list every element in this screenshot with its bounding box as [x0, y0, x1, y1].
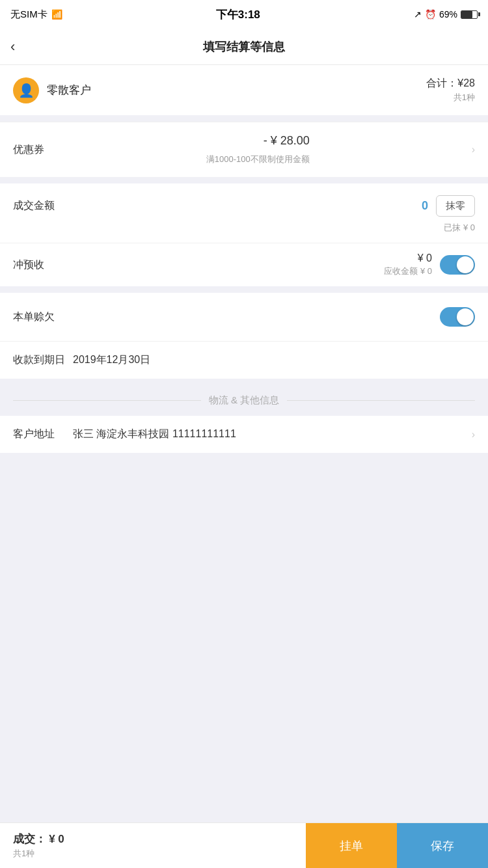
wifi-icon: 📶: [51, 9, 62, 20]
bottom-count: 共1种: [13, 848, 293, 860]
round-button[interactable]: 抹零: [436, 195, 475, 217]
already-deducted: 已抹 ¥ 0: [0, 222, 488, 243]
transaction-section: 成交金额 0 抹零 已抹 ¥ 0 冲预收 ¥ 0 应收金额 ¥ 0: [0, 183, 488, 286]
customer-section: 👤 零散客户 合计：¥28 共1种: [0, 65, 488, 115]
bottom-deal: 成交： ¥ 0: [13, 832, 293, 847]
deal-amount: ¥ 0: [49, 833, 64, 845]
battery-percent: 69%: [439, 9, 457, 20]
due-date-row: 收款到期日 2019年12月30日: [0, 341, 488, 379]
customer-left: 👤 零散客户: [13, 77, 91, 103]
logistics-label: 物流 & 其他信息: [209, 394, 279, 407]
address-value: 张三 海淀永丰科技园 11111111111: [73, 427, 472, 441]
customer-name: 零散客户: [47, 83, 91, 98]
address-chevron-icon: ›: [472, 429, 475, 441]
bottom-bar: 成交： ¥ 0 共1种 挂单 保存: [0, 822, 488, 868]
content: 👤 零散客户 合计：¥28 共1种 优惠券 - ¥ 28.00 满1000-10…: [0, 65, 488, 511]
status-bar: 无SIM卡 📶 下午3:18 ↗ ⏰ 69%: [0, 0, 488, 29]
prepay-amount-block: ¥ 0 应收金额 ¥ 0: [384, 252, 432, 277]
customer-avatar: 👤: [13, 77, 39, 103]
customer-total: 合计：¥28: [426, 77, 475, 90]
nav-bar: ‹ 填写结算等信息: [0, 29, 488, 65]
avatar-icon: 👤: [18, 83, 34, 98]
deal-label: 成交：: [13, 833, 46, 845]
transaction-label: 成交金额: [13, 199, 55, 213]
hold-button[interactable]: 挂单: [306, 823, 397, 869]
coupon-row[interactable]: 优惠券 - ¥ 28.00 满1000-100不限制使用金额 ›: [0, 122, 488, 177]
debit-toggle-knob: [457, 308, 474, 325]
coupon-right: - ¥ 28.00 满1000-100不限制使用金额: [206, 134, 310, 165]
due-date-value: 2019年12月30日: [73, 353, 150, 367]
address-row[interactable]: 客户地址 张三 海淀永丰科技园 11111111111 ›: [0, 416, 488, 453]
transaction-right: 0 抹零: [422, 195, 475, 217]
coupon-section: 优惠券 - ¥ 28.00 满1000-100不限制使用金额 ›: [0, 122, 488, 177]
coupon-desc: 满1000-100不限制使用金额: [206, 154, 310, 165]
coupon-label: 优惠券: [13, 143, 44, 157]
prepay-amount: ¥ 0: [384, 252, 432, 264]
prepay-row: 冲预收 ¥ 0 应收金额 ¥ 0: [0, 243, 488, 286]
page-title: 填写结算等信息: [203, 39, 285, 55]
carrier-text: 无SIM卡: [10, 8, 47, 21]
back-button[interactable]: ‹: [10, 38, 15, 55]
debit-label: 本单赊欠: [13, 310, 55, 324]
customer-right: 合计：¥28 共1种: [426, 77, 475, 103]
address-section: 客户地址 张三 海淀永丰科技园 11111111111 ›: [0, 416, 488, 453]
bottom-info: 成交： ¥ 0 共1种: [0, 832, 306, 860]
customer-count: 共1种: [426, 92, 475, 103]
status-right: ↗ ⏰ 69%: [414, 9, 478, 20]
logistics-header: 物流 & 其他信息: [0, 385, 488, 416]
address-label: 客户地址: [13, 427, 65, 441]
alarm-icon: ⏰: [425, 9, 436, 20]
toggle-knob: [457, 256, 474, 273]
coupon-discount: - ¥ 28.00: [264, 134, 310, 148]
save-button[interactable]: 保存: [397, 823, 488, 869]
prepay-receivable: 应收金额 ¥ 0: [384, 265, 432, 277]
debit-section: 本单赊欠 收款到期日 2019年12月30日: [0, 293, 488, 379]
prepay-toggle[interactable]: [440, 255, 475, 275]
coupon-chevron-icon: ›: [472, 144, 475, 156]
battery-icon: [461, 10, 478, 19]
transaction-row: 成交金额 0 抹零: [0, 183, 488, 222]
prepay-label: 冲预收: [13, 258, 44, 272]
status-left: 无SIM卡 📶: [10, 8, 62, 21]
customer-row: 👤 零散客户 合计：¥28 共1种: [0, 65, 488, 115]
prepay-right: ¥ 0 应收金额 ¥ 0: [384, 252, 475, 277]
debit-row: 本单赊欠: [0, 293, 488, 341]
debit-toggle[interactable]: [440, 307, 475, 327]
status-time: 下午3:18: [216, 7, 260, 22]
transaction-value: 0: [422, 199, 428, 213]
location-icon: ↗: [414, 9, 422, 20]
due-date-label: 收款到期日: [13, 353, 65, 367]
